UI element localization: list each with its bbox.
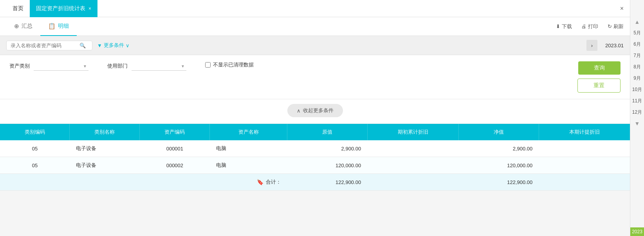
col-accumulated-depreciation: 期初累计折旧 xyxy=(367,124,459,140)
cell-current-depreciation xyxy=(539,157,630,174)
sidebar-month-item[interactable]: 8月 xyxy=(631,61,643,73)
close-tab-icon[interactable]: × xyxy=(88,6,91,11)
table-row: 05 电子设备 000002 电脑 120,000.00 120,000.00 xyxy=(0,157,630,174)
sidebar-month-item[interactable]: 10月 xyxy=(631,84,643,95)
sidebar-scroll-up[interactable]: ▲ xyxy=(633,17,642,27)
table-row: 05 电子设备 000001 电脑 2,900.00 2,900.00 xyxy=(0,140,630,157)
active-tab-label: 固定资产折旧统计表 xyxy=(36,5,85,12)
date-label: 2023.01 xyxy=(605,43,624,48)
tab-detail[interactable]: 📋 明细 xyxy=(40,17,77,36)
asset-category-label: 资产类别 xyxy=(9,63,30,70)
arrow-right-icon: › xyxy=(591,43,593,48)
sidebar-month-item[interactable]: 12月 xyxy=(631,107,643,118)
cell-net-value: 2,900.00 xyxy=(459,140,539,157)
active-tab[interactable]: 固定资产折旧统计表 × xyxy=(30,0,97,17)
collapse-area: ∧ 收起更多条件 xyxy=(0,99,630,124)
cell-asset-code: 000001 xyxy=(140,140,210,157)
total-net-value: 122,900.00 xyxy=(459,174,539,191)
hide-cleared-checkbox[interactable] xyxy=(205,62,211,68)
refresh-button[interactable]: ↻ 刷新 xyxy=(608,23,624,30)
col-current-depreciation: 本期计提折旧 xyxy=(539,124,630,140)
cell-category-name: 电子设备 xyxy=(70,157,140,174)
summary-icon: ⊕ xyxy=(14,23,19,30)
sub-tab-bar: ⊕ 汇总 📋 明细 ⬇ 下载 🖨 打印 ↻ 刷新 xyxy=(0,17,630,36)
tab-summary-label: 汇总 xyxy=(22,23,32,30)
search-icon: 🔍 xyxy=(79,43,86,48)
search-bar: 🔍 ▼ 更多条件 ∨ › 2023.01 xyxy=(0,36,630,55)
sidebar-month-item[interactable]: 6月 xyxy=(631,39,643,50)
col-category-code: 类别编码 xyxy=(0,124,70,140)
data-table: 类别编码 类别名称 资产编码 资产名称 原值 期初累计折旧 净值 本期计提折旧 … xyxy=(0,124,630,191)
total-label-text: 合计： xyxy=(266,179,281,186)
cell-current-depreciation xyxy=(539,140,630,157)
download-icon: ⬇ xyxy=(556,23,560,29)
chevron-down-icon: ∨ xyxy=(126,43,130,48)
table-wrapper: 类别编码 类别名称 资产编码 资产名称 原值 期初累计折旧 净值 本期计提折旧 … xyxy=(0,124,630,191)
col-asset-code: 资产编码 xyxy=(140,124,210,140)
filter-row: 资产类别 使用部门 不显示已清理数据 查询 重置 xyxy=(0,55,630,99)
home-tab[interactable]: 首页 xyxy=(6,5,30,12)
search-input-wrap[interactable]: 🔍 xyxy=(6,41,92,50)
asset-category-filter: 资产类别 xyxy=(9,61,88,71)
total-label: 🔖 合计： xyxy=(210,174,287,191)
total-current-depreciation xyxy=(539,174,630,191)
sidebar-scroll-down[interactable]: ▼ xyxy=(633,119,642,128)
hide-cleared-label: 不显示已清理数据 xyxy=(213,61,254,68)
total-original-value: 122,900.00 xyxy=(287,174,367,191)
total-spacer xyxy=(0,174,210,191)
table-header-row: 类别编码 类别名称 资产编码 资产名称 原值 期初累计折旧 净值 本期计提折旧 xyxy=(0,124,630,140)
refresh-label: 刷新 xyxy=(613,23,624,30)
cell-asset-name: 电脑 xyxy=(210,157,287,174)
refresh-icon: ↻ xyxy=(608,23,612,29)
sub-tab-actions: ⬇ 下载 🖨 打印 ↻ 刷新 xyxy=(556,23,624,30)
action-buttons: 查询 重置 xyxy=(577,61,621,93)
cell-net-value: 120,000.00 xyxy=(459,157,539,174)
right-sidebar: ▲ 5月6月7月8月9月10月11月12月 ▼ 2023 xyxy=(630,0,644,191)
cell-category-code: 05 xyxy=(0,157,70,174)
print-label: 打印 xyxy=(588,23,598,30)
print-icon: 🖨 xyxy=(581,23,586,29)
expand-right-button[interactable]: › xyxy=(586,40,597,51)
top-nav: 首页 固定资产折旧统计表 × × xyxy=(0,0,630,17)
col-category-name: 类别名称 xyxy=(70,124,140,140)
department-label: 使用部门 xyxy=(107,63,128,70)
cell-accumulated-depreciation xyxy=(367,140,459,157)
print-button[interactable]: 🖨 打印 xyxy=(581,23,598,30)
hide-cleared-filter: 不显示已清理数据 xyxy=(205,61,254,68)
cell-original-value: 2,900.00 xyxy=(287,140,367,157)
cell-asset-code: 000002 xyxy=(140,157,210,174)
tab-summary[interactable]: ⊕ 汇总 xyxy=(6,17,40,36)
col-net-value: 净值 xyxy=(459,124,539,140)
sidebar-month-item[interactable]: 9月 xyxy=(631,73,643,84)
collapse-button[interactable]: ∧ 收起更多条件 xyxy=(287,104,343,117)
department-select[interactable] xyxy=(132,61,186,71)
total-accumulated-depreciation xyxy=(367,174,459,191)
sidebar-month-item[interactable]: 5月 xyxy=(631,27,643,39)
cell-asset-name: 电脑 xyxy=(210,140,287,157)
download-label: 下载 xyxy=(562,23,572,30)
department-filter: 使用部门 xyxy=(107,61,186,71)
tab-detail-label: 明细 xyxy=(58,23,69,30)
cell-accumulated-depreciation xyxy=(367,157,459,174)
col-asset-name: 资产名称 xyxy=(210,124,287,140)
cell-original-value: 120,000.00 xyxy=(287,157,367,174)
more-conditions-label: 更多条件 xyxy=(104,42,124,49)
query-button[interactable]: 查询 xyxy=(578,61,621,75)
download-button[interactable]: ⬇ 下载 xyxy=(556,23,572,30)
more-conditions-button[interactable]: ▼ 更多条件 ∨ xyxy=(97,42,130,49)
total-row: 🔖 合计： 122,900.00 122,900.00 xyxy=(0,174,630,191)
search-input[interactable] xyxy=(11,43,77,48)
window-close-icon[interactable]: × xyxy=(620,5,624,12)
collapse-label: 收起更多条件 xyxy=(303,107,334,114)
detail-icon: 📋 xyxy=(48,23,56,30)
filter-icon: ▼ xyxy=(97,43,102,48)
col-original-value: 原值 xyxy=(287,124,367,140)
total-icon: 🔖 xyxy=(257,179,263,185)
asset-category-select[interactable] xyxy=(34,61,88,71)
sidebar-month-item[interactable]: 11月 xyxy=(631,95,643,107)
sidebar-month-item[interactable]: 7月 xyxy=(631,50,643,61)
reset-button[interactable]: 重置 xyxy=(577,79,621,93)
cell-category-code: 05 xyxy=(0,140,70,157)
cell-category-name: 电子设备 xyxy=(70,140,140,157)
collapse-icon: ∧ xyxy=(297,108,301,114)
